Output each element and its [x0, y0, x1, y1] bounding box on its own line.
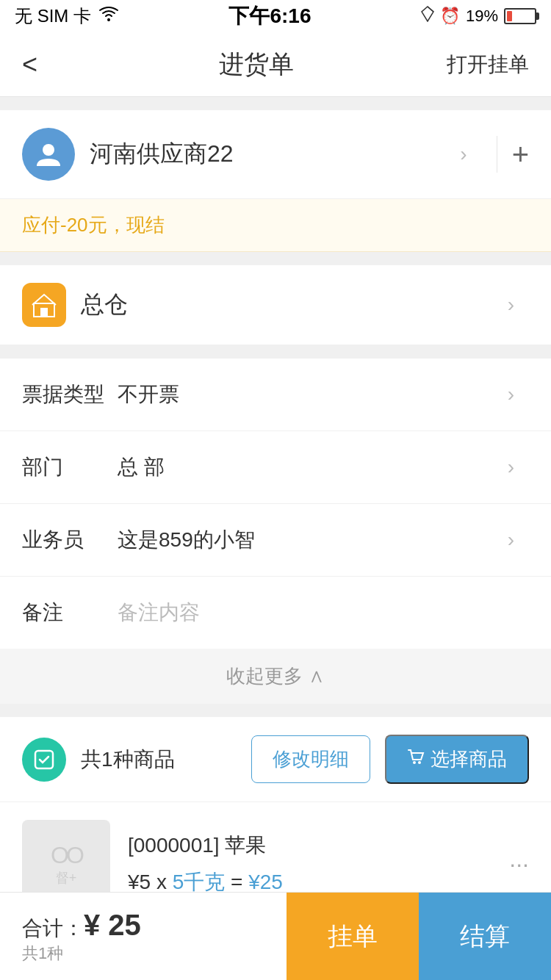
- salesman-label: 业务员: [22, 526, 118, 554]
- warehouse-icon: [22, 283, 66, 327]
- page-title: 进货单: [219, 48, 294, 82]
- invoice-chevron-icon: ›: [508, 383, 514, 406]
- remark-row[interactable]: 备注 备注内容: [0, 576, 551, 649]
- svg-point-1: [43, 144, 54, 156]
- hang-button[interactable]: 挂单: [287, 893, 419, 981]
- status-time: 下午6:16: [228, 2, 311, 30]
- location-icon: [421, 6, 434, 26]
- equals: =: [225, 871, 248, 893]
- cart-icon: [407, 748, 425, 771]
- product-info: [0000001] 苹果 ¥5 x 5千克 = ¥25: [128, 832, 491, 896]
- supplier-name: 河南供应商22: [90, 138, 460, 170]
- supplier-section: 河南供应商22 › + 应付-20元，现结: [0, 110, 551, 252]
- svg-rect-4: [35, 751, 53, 768]
- supplier-avatar: [22, 128, 75, 181]
- battery-text: 19%: [466, 7, 498, 26]
- invoice-value: 不开票: [118, 381, 508, 408]
- section-gap-1: [0, 97, 551, 110]
- products-count: 共1种商品: [81, 746, 237, 774]
- total-count: 共1种: [22, 943, 264, 965]
- divider: [497, 136, 497, 173]
- status-bar: 无 SIM 卡 下午6:16 ⏰ 19%: [0, 0, 551, 32]
- bottom-bar: 合计：¥ 25 共1种 挂单 结算: [0, 892, 551, 980]
- total-section: 合计：¥ 25 共1种: [0, 909, 287, 965]
- section-gap-2: [0, 252, 551, 265]
- product-code: [0000001] 苹果: [128, 834, 266, 857]
- section-gap-3: [0, 345, 551, 358]
- salesman-chevron-icon: ›: [508, 528, 514, 552]
- nav-bar: < 进货单 打开挂单: [0, 32, 551, 97]
- salesman-value: 这是859的小智: [118, 526, 508, 554]
- product-name: [0000001] 苹果: [128, 832, 491, 860]
- owl-logo: OO 督+: [51, 842, 82, 887]
- svg-point-5: [413, 761, 416, 764]
- checkout-button[interactable]: 结算: [419, 893, 551, 981]
- select-product-button[interactable]: 选择商品: [385, 735, 529, 784]
- battery-icon: [504, 8, 536, 24]
- remark-label: 备注: [22, 599, 118, 627]
- products-header: 共1种商品 修改明细 选择商品: [0, 717, 551, 801]
- alarm-icon: ⏰: [440, 7, 460, 26]
- supplier-chevron-icon: ›: [460, 143, 467, 166]
- svg-point-0: [107, 18, 110, 21]
- price-value: ¥5 x: [128, 871, 173, 893]
- warehouse-name: 总仓: [81, 289, 508, 321]
- salesman-row[interactable]: 业务员 这是859的小智 ›: [0, 503, 551, 576]
- invoice-row[interactable]: 票据类型 不开票 ›: [0, 358, 551, 430]
- warehouse-chevron-icon: ›: [508, 293, 514, 317]
- products-icon: [22, 738, 66, 782]
- more-button[interactable]: ···: [509, 851, 529, 878]
- form-section: 票据类型 不开票 › 部门 总 部 › 业务员 这是859的小智 › 备注 备注…: [0, 358, 551, 649]
- open-hang-button[interactable]: 打开挂单: [447, 51, 529, 79]
- remark-input[interactable]: 备注内容: [118, 599, 529, 627]
- collapse-bar[interactable]: 收起更多 ∧: [0, 649, 551, 704]
- department-value: 总 部: [118, 453, 508, 481]
- supplier-row[interactable]: 河南供应商22 › +: [0, 110, 551, 199]
- back-button[interactable]: <: [22, 49, 66, 80]
- edit-detail-button[interactable]: 修改明细: [251, 735, 370, 783]
- svg-rect-3: [40, 308, 48, 317]
- add-button[interactable]: +: [512, 138, 529, 171]
- notice-bar: 应付-20元，现结: [0, 199, 551, 252]
- status-left: 无 SIM 卡: [15, 4, 119, 28]
- carrier-text: 无 SIM 卡: [15, 4, 91, 28]
- total-value: ¥25: [248, 871, 283, 893]
- warehouse-row[interactable]: 总仓 ›: [0, 265, 551, 345]
- svg-point-6: [418, 761, 421, 764]
- department-row[interactable]: 部门 总 部 ›: [0, 430, 551, 503]
- total-label: 合计：: [22, 917, 84, 940]
- quantity-value: 5千克: [173, 871, 226, 893]
- total-amount: ¥ 25: [84, 909, 141, 941]
- department-label: 部门: [22, 453, 118, 481]
- wifi-icon: [98, 6, 119, 26]
- select-product-label: 选择商品: [431, 746, 507, 772]
- status-right: ⏰ 19%: [421, 6, 536, 26]
- warehouse-section: 总仓 ›: [0, 265, 551, 345]
- invoice-label: 票据类型: [22, 381, 118, 408]
- department-chevron-icon: ›: [508, 455, 514, 479]
